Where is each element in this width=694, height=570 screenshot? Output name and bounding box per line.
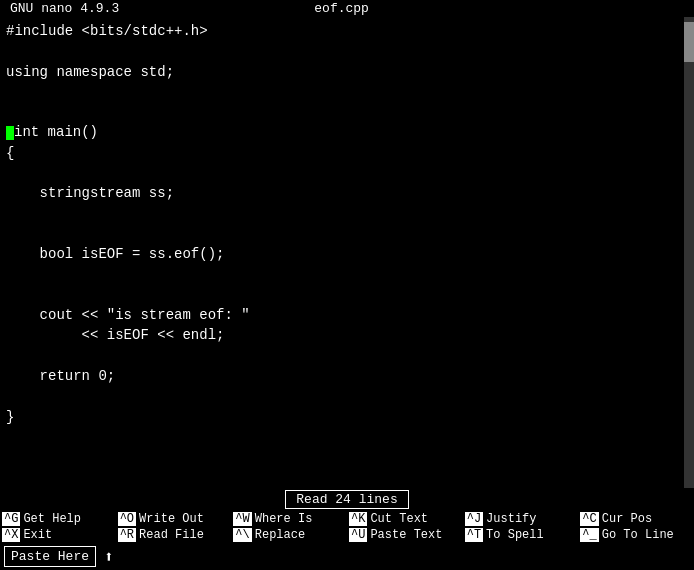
shortcut-key: ^C: [580, 512, 598, 526]
status-bar: Read 24 lines: [0, 488, 694, 511]
shortcut-key: ^O: [118, 512, 136, 526]
shortcut-key: ^X: [2, 528, 20, 542]
code-line: [6, 285, 688, 305]
shortcut-item[interactable]: ^GGet Help: [0, 511, 116, 527]
shortcut-item[interactable]: ^\Replace: [231, 527, 347, 543]
shortcut-label: Cur Pos: [602, 512, 652, 526]
code-line: using namespace std;: [6, 62, 688, 82]
title-bar: GNU nano 4.9.3 eof.cpp: [0, 0, 694, 17]
shortcut-key: ^W: [233, 512, 251, 526]
shortcut-item[interactable]: ^WWhere Is: [231, 511, 347, 527]
shortcut-item[interactable]: ^JJustify: [463, 511, 579, 527]
shortcut-key: ^G: [2, 512, 20, 526]
shortcut-item[interactable]: ^CCur Pos: [578, 511, 694, 527]
nano-version: GNU nano 4.9.3: [10, 1, 119, 16]
code-line: #include <bits/stdc++.h>: [6, 21, 688, 41]
code-line: }: [6, 407, 688, 427]
code-line: [6, 41, 688, 61]
filename: eof.cpp: [119, 1, 564, 16]
shortcut-label: Write Out: [139, 512, 204, 526]
status-message: Read 24 lines: [285, 490, 408, 509]
shortcut-key: ^\: [233, 528, 251, 542]
shortcut-item[interactable]: ^_Go To Line: [578, 527, 694, 543]
shortcut-item[interactable]: ^KCut Text: [347, 511, 463, 527]
shortcut-item[interactable]: ^XExit: [0, 527, 116, 543]
shortcut-key: ^T: [465, 528, 483, 542]
code-line: [6, 102, 688, 122]
shortcut-label: Exit: [23, 528, 52, 542]
code-line: stringstream ss;: [6, 183, 688, 203]
shortcut-key: ^U: [349, 528, 367, 542]
shortcut-label: Read File: [139, 528, 204, 542]
code-line: {: [6, 143, 688, 163]
paste-row: Paste Here ⬆: [0, 543, 694, 570]
shortcut-item[interactable]: ^OWrite Out: [116, 511, 232, 527]
code-line: int main(): [6, 122, 688, 142]
editor-area[interactable]: #include <bits/stdc++.h> using namespace…: [0, 17, 694, 488]
shortcut-item[interactable]: ^RRead File: [116, 527, 232, 543]
code-line: [6, 386, 688, 406]
shortcut-label: Cut Text: [370, 512, 428, 526]
shortcut-label: Where Is: [255, 512, 313, 526]
code-line: [6, 163, 688, 183]
nano-editor-app: GNU nano 4.9.3 eof.cpp #include <bits/st…: [0, 0, 694, 570]
code-content: #include <bits/stdc++.h> using namespace…: [6, 21, 688, 427]
shortcut-label: Justify: [486, 512, 536, 526]
shortcuts-row2: ^XExit^RRead File^\Replace^UPaste Text^T…: [0, 527, 694, 543]
shortcut-label: Get Help: [23, 512, 81, 526]
code-line: cout << "is stream eof: ": [6, 305, 688, 325]
scroll-thumb[interactable]: [684, 22, 694, 62]
code-line: << isEOF << endl;: [6, 325, 688, 345]
shortcut-key: ^_: [580, 528, 598, 542]
shortcut-key: ^K: [349, 512, 367, 526]
code-line: [6, 204, 688, 224]
code-line: [6, 224, 688, 244]
code-line: return 0;: [6, 366, 688, 386]
shortcut-key: ^R: [118, 528, 136, 542]
shortcut-item[interactable]: ^UPaste Text: [347, 527, 463, 543]
shortcut-label: Replace: [255, 528, 305, 542]
shortcut-label: Paste Text: [370, 528, 442, 542]
code-line: [6, 82, 688, 102]
cursor-block: [6, 126, 14, 140]
shortcut-label: To Spell: [486, 528, 544, 542]
upload-icon: ⬆: [104, 547, 114, 567]
shortcut-key: ^J: [465, 512, 483, 526]
shortcut-item[interactable]: ^TTo Spell: [463, 527, 579, 543]
code-line: [6, 346, 688, 366]
code-line: bool isEOF = ss.eof();: [6, 244, 688, 264]
shortcuts-row1: ^GGet Help^OWrite Out^WWhere Is^KCut Tex…: [0, 511, 694, 527]
code-line: [6, 265, 688, 285]
shortcut-label: Go To Line: [602, 528, 674, 542]
scrollbar[interactable]: [684, 17, 694, 488]
paste-here-button[interactable]: Paste Here: [4, 546, 96, 567]
